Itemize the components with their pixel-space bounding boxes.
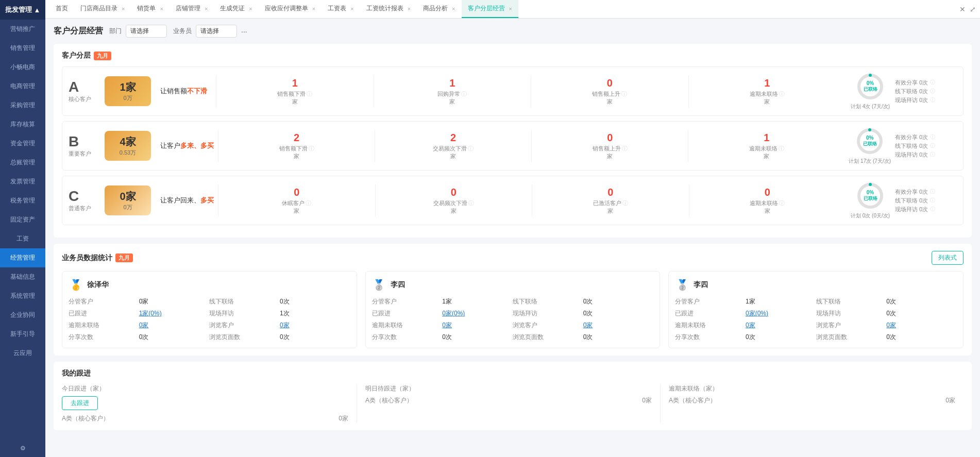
info-icon-right[interactable]: ⓘ (930, 188, 935, 195)
biz-grid-val[interactable]: 0家 (139, 321, 210, 330)
info-icon-right[interactable]: ⓘ (930, 206, 935, 213)
tab-店铺管理[interactable]: 店铺管理× (170, 0, 214, 18)
sidebar-item-库存核算[interactable]: 库存核算 (0, 115, 45, 134)
biz-grid-link[interactable]: 0家 (583, 321, 593, 329)
info-icon[interactable]: ⓘ (468, 199, 474, 207)
tier-label-C: C普通客户 (69, 189, 99, 212)
close-tab-icon[interactable]: × (312, 6, 315, 12)
info-icon[interactable]: ⓘ (779, 145, 784, 153)
sidebar: 批发管理 ▲ 营销推广销售管理小畅电商电商管理采购管理库存核算资金管理总账管理发… (0, 0, 45, 457)
info-icon-right[interactable]: ⓘ (930, 79, 935, 86)
tab-门店商品目录[interactable]: 门店商品目录× (74, 0, 131, 18)
tab-生成凭证[interactable]: 生成凭证× (214, 0, 258, 18)
biz-grid-val[interactable]: 0家 (583, 321, 654, 330)
info-icon-right[interactable]: ⓘ (930, 96, 935, 104)
biz-grid-link[interactable]: 1家(0%) (139, 310, 162, 317)
close-tab-icon[interactable]: × (249, 6, 252, 12)
tier-desc: 核心客户 (69, 95, 91, 103)
tier-slogan: 让客户回来、多买 (160, 196, 214, 205)
close-tab-icon[interactable]: × (122, 6, 125, 12)
stat-unit: 家 (607, 207, 613, 215)
info-icon[interactable]: ⓘ (779, 199, 785, 207)
info-icon[interactable]: ⓘ (307, 90, 312, 98)
biz-grid-val[interactable]: 0家 (442, 321, 513, 330)
biz-grid-val[interactable]: 1家(0%) (139, 309, 210, 318)
info-icon-right[interactable]: ⓘ (930, 88, 935, 95)
info-icon[interactable]: ⓘ (622, 145, 628, 153)
biz-grid-link[interactable]: 0家 (442, 321, 452, 329)
info-icon-right[interactable]: ⓘ (930, 151, 935, 158)
sidebar-item-系统管理[interactable]: 系统管理 (0, 286, 45, 306)
biz-grid-link[interactable]: 0家(0%) (442, 310, 465, 317)
info-icon[interactable]: ⓘ (306, 199, 311, 207)
salesman-select[interactable]: 请选择 (196, 25, 237, 38)
close-tab-icon[interactable]: × (205, 6, 208, 12)
biz-grid-val[interactable]: 0家 (886, 321, 957, 330)
biz-grid-val[interactable]: 0家 (746, 321, 816, 330)
sidebar-item-经营管理[interactable]: 经营管理 (0, 248, 45, 267)
sidebar-item-新手引导[interactable]: 新手引导 (0, 325, 45, 344)
biz-grid-link[interactable]: 0家 (746, 321, 755, 329)
dept-label: 部门 (109, 27, 122, 36)
stat-unit: 家 (607, 153, 613, 160)
info-icon[interactable]: ⓘ (468, 145, 474, 153)
biz-grid-val: 0次 (583, 309, 654, 318)
info-icon-right[interactable]: ⓘ (930, 197, 935, 204)
sidebar-item-税务管理[interactable]: 税务管理 (0, 191, 45, 210)
tab-销货单[interactable]: 销货单× (131, 0, 169, 18)
biz-grid-link[interactable]: 0家 (886, 321, 896, 329)
close-tab-icon[interactable]: × (452, 6, 455, 12)
close-tab-icon[interactable]: × (509, 6, 512, 12)
biz-grid-link[interactable]: 0家 (280, 321, 290, 329)
ring-label: 0%已联络 (864, 190, 877, 202)
sidebar-item-营销推广[interactable]: 营销推广 (0, 20, 45, 39)
sidebar-item-企业协同[interactable]: 企业协同 (0, 306, 45, 325)
biz-grid-link[interactable]: 0家 (139, 321, 149, 329)
expand-icon[interactable]: ⤢ (970, 5, 976, 13)
sidebar-item-电商管理[interactable]: 电商管理 (0, 77, 45, 96)
sidebar-item-采购管理[interactable]: 采购管理 (0, 96, 45, 115)
sidebar-item-小畅电商[interactable]: 小畅电商 (0, 58, 45, 77)
sidebar-item-销售管理[interactable]: 销售管理 (0, 39, 45, 58)
list-view-btn[interactable]: 列表式 (932, 251, 964, 265)
sidebar-item-资金管理[interactable]: 资金管理 (0, 134, 45, 153)
sidebar-item-发票管理[interactable]: 发票管理 (0, 172, 45, 191)
sidebar-item-基础信息[interactable]: 基础信息 (0, 267, 45, 286)
stat-num: 0 (607, 187, 613, 198)
info-icon[interactable]: ⓘ (309, 145, 314, 153)
close-tab-icon[interactable]: × (408, 6, 411, 12)
info-icon[interactable]: ⓘ (621, 90, 627, 98)
biz-grid-val[interactable]: 0家(0%) (442, 309, 513, 318)
info-icon[interactable]: ⓘ (461, 90, 467, 98)
sidebar-settings[interactable]: ⚙ (0, 439, 45, 457)
biz-grid-val[interactable]: 0家 (280, 321, 350, 330)
sidebar-item-固定资产[interactable]: 固定资产 (0, 210, 45, 229)
tab-工资表[interactable]: 工资表× (322, 0, 360, 18)
tab-应收应付调整单[interactable]: 应收应付调整单× (259, 0, 322, 18)
close-tab-icon[interactable]: × (350, 6, 353, 12)
close-all-icon[interactable]: ✕ (959, 5, 966, 13)
go-followup-btn[interactable]: 去跟进 (62, 396, 98, 410)
info-icon[interactable]: ⓘ (779, 90, 785, 98)
tier-count-sub: 0万 (123, 204, 132, 211)
sidebar-item-总账管理[interactable]: 总账管理 (0, 153, 45, 172)
ring-label: 0%已联络 (864, 80, 877, 93)
biz-grid-val: 0次 (280, 297, 350, 306)
stat-num: 0 (607, 77, 613, 89)
right-stat-row: 线下联络 0次 ⓘ (895, 142, 957, 150)
dept-select[interactable]: 请选择 (126, 25, 167, 38)
close-tab-icon[interactable]: × (160, 6, 163, 12)
tab-客户分层经营[interactable]: 客户分层经营× (462, 0, 518, 18)
tab-商品分析[interactable]: 商品分析× (417, 0, 461, 18)
biz-grid-link[interactable]: 0家(0%) (746, 310, 768, 317)
sidebar-item-工资[interactable]: 工资 (0, 229, 45, 248)
sidebar-top[interactable]: 批发管理 ▲ (0, 0, 45, 20)
more-btn[interactable]: ··· (241, 27, 247, 36)
biz-grid-val[interactable]: 0家(0%) (746, 309, 816, 318)
info-icon-right[interactable]: ⓘ (930, 133, 935, 141)
tab-首页[interactable]: 首页 (49, 0, 74, 18)
sidebar-item-云应用[interactable]: 云应用 (0, 344, 45, 363)
info-icon[interactable]: ⓘ (622, 199, 628, 207)
tab-工资统计报表[interactable]: 工资统计报表× (360, 0, 417, 18)
info-icon-right[interactable]: ⓘ (930, 142, 935, 149)
